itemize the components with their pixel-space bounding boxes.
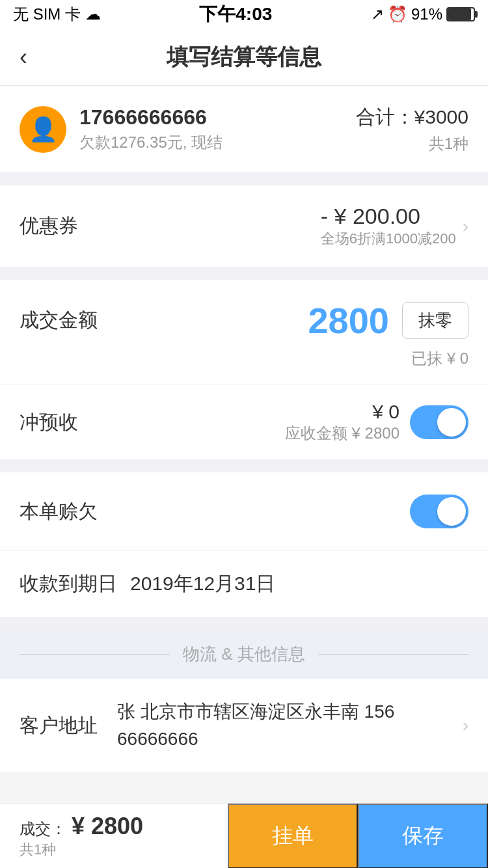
toggle-knob: [437, 408, 466, 437]
avatar: 👤: [20, 106, 66, 153]
battery-fill: [448, 8, 471, 20]
amount-sub: 已抹 ¥ 0: [0, 348, 488, 385]
amount-right: 2800 抹零: [308, 299, 468, 342]
coupon-row[interactable]: 优惠券 - ¥ 200.00 全场6折满1000减200 ›: [0, 185, 488, 267]
coupon-chevron-icon: ›: [463, 216, 468, 237]
customer-phone: 17666666666: [79, 105, 223, 129]
address-row[interactable]: 客户地址 张 北京市市辖区海淀区永丰南 156 66666666 ›: [0, 679, 488, 772]
battery-label: 91%: [411, 5, 442, 23]
logistics-header: 物流 & 其他信息: [0, 630, 488, 679]
coupon-right: - ¥ 200.00 全场6折满1000减200 ›: [321, 204, 468, 249]
alarm-icon: ⏰: [388, 5, 407, 23]
coupon-amount: - ¥ 200.00: [321, 204, 456, 229]
round-button[interactable]: 抹零: [402, 302, 468, 339]
logistics-line-right: [318, 654, 468, 655]
amount-section: 成交金额 2800 抹零 已抹 ¥ 0 冲预收 ¥ 0 应收金额 ¥ 2800: [0, 280, 488, 459]
location-icon: ↗: [371, 5, 384, 23]
rush-right: ¥ 0 应收金额 ¥ 2800: [285, 401, 468, 444]
rush-amount: ¥ 0: [285, 401, 400, 423]
overdue-toggle[interactable]: [410, 495, 468, 528]
rush-row: 冲预收 ¥ 0 应收金额 ¥ 2800: [0, 385, 488, 459]
total-amount: 合计：¥3000: [356, 104, 468, 131]
overdue-label: 本单赊欠: [20, 498, 98, 525]
logistics-line-left: [20, 654, 170, 655]
rush-label: 冲预收: [20, 409, 78, 436]
bottom-summary: 成交： ¥ 2800 共1种: [0, 813, 228, 860]
address-label: 客户地址: [20, 712, 98, 739]
divider-2: [0, 267, 488, 280]
total-count: 共1种: [356, 133, 468, 154]
status-time: 下午4:03: [199, 2, 272, 27]
nav-bar: ‹ 填写结算等信息: [0, 29, 488, 86]
page-title: 填写结算等信息: [167, 42, 321, 72]
sim-wifi-label: 无 SIM 卡 ☁: [13, 4, 101, 25]
status-left: 无 SIM 卡 ☁: [13, 4, 101, 25]
customer-info: 17666666666 欠款1276.35元, 现结: [79, 105, 223, 153]
overdue-row: 本单赊欠: [0, 472, 488, 550]
duedate-row: 收款到期日 2019年12月31日: [0, 550, 488, 617]
bottom-bar: 成交： ¥ 2800 共1种 挂单 保存: [0, 803, 488, 868]
rush-toggle[interactable]: [410, 405, 468, 439]
duedate-label: 收款到期日: [20, 571, 117, 597]
divider-3: [0, 459, 488, 472]
address-chevron-icon: ›: [463, 715, 468, 736]
back-button[interactable]: ‹: [13, 37, 34, 77]
bottom-count: 共1种: [20, 840, 208, 860]
coupon-desc: 全场6折满1000减200: [321, 229, 456, 249]
coupon-label: 优惠券: [20, 213, 78, 239]
amount-label: 成交金额: [20, 307, 98, 334]
rush-sub: 应收金额 ¥ 2800: [285, 423, 400, 444]
save-button[interactable]: 保存: [358, 804, 488, 869]
divider-4: [0, 617, 488, 630]
deal-label: 成交：: [20, 819, 66, 839]
customer-debt: 欠款1276.35元, 现结: [79, 132, 223, 153]
amount-value: 2800: [308, 299, 389, 342]
customer-card: 👤 17666666666 欠款1276.35元, 现结 合计：¥3000 共1…: [0, 86, 488, 172]
overdue-toggle-knob: [437, 497, 466, 526]
bottom-deal: 成交： ¥ 2800: [20, 813, 208, 840]
coupon-info: - ¥ 200.00 全场6折满1000减200: [321, 204, 456, 249]
duedate-value: 2019年12月31日: [130, 571, 275, 597]
customer-left: 👤 17666666666 欠款1276.35元, 现结: [20, 105, 223, 153]
customer-total: 合计：¥3000 共1种: [356, 104, 468, 154]
address-value: 张 北京市市辖区海淀区永丰南 156 66666666: [117, 698, 463, 753]
deal-amount: ¥ 2800: [72, 813, 143, 840]
divider-1: [0, 172, 488, 185]
rush-info: ¥ 0 应收金额 ¥ 2800: [285, 401, 400, 444]
status-right: ↗ ⏰ 91%: [371, 5, 475, 23]
hold-button[interactable]: 挂单: [228, 804, 358, 869]
status-bar: 无 SIM 卡 ☁ 下午4:03 ↗ ⏰ 91%: [0, 0, 488, 29]
battery-icon: [446, 7, 475, 21]
logistics-title: 物流 & 其他信息: [183, 643, 305, 666]
amount-row: 成交金额 2800 抹零: [0, 280, 488, 348]
